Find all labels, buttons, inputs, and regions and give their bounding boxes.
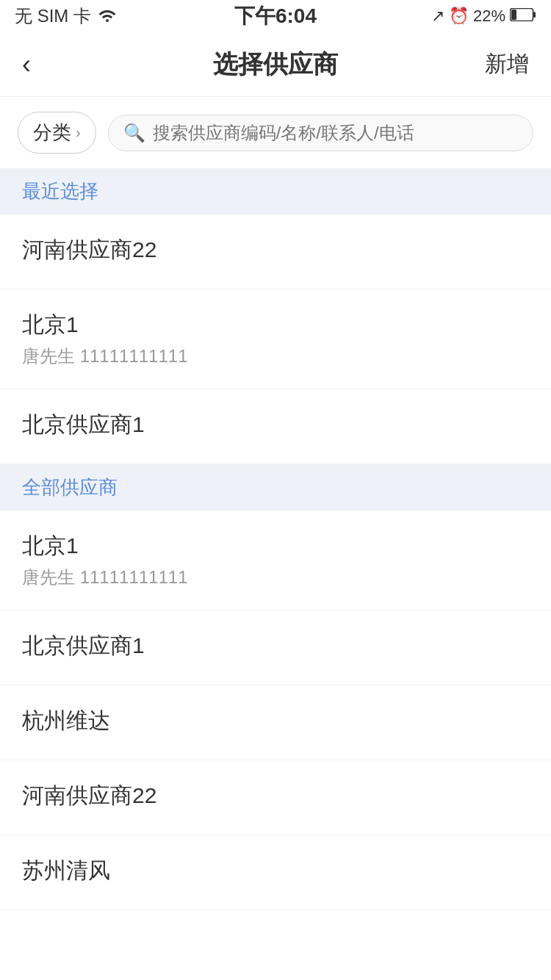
- item-name: 北京1: [22, 310, 529, 340]
- item-name: 河南供应商22: [22, 781, 529, 811]
- list-item[interactable]: 苏州清风: [0, 835, 551, 910]
- status-bar: 无 SIM 卡 下午6:04 ↗ ⏰ 22%: [0, 0, 551, 32]
- list-item[interactable]: 北京1唐先生 11111111111: [0, 511, 551, 610]
- category-label: 分类: [33, 120, 71, 145]
- chevron-right-icon: ›: [76, 124, 81, 141]
- list-item[interactable]: 北京供应商1: [0, 389, 551, 464]
- nav-bar: ‹ 选择供应商 新增: [0, 32, 551, 97]
- sim-label: 无 SIM 卡: [15, 4, 91, 28]
- svg-rect-1: [533, 12, 536, 18]
- list-item[interactable]: 北京供应商1: [0, 610, 551, 685]
- item-contact: 唐先生 11111111111: [22, 566, 529, 589]
- status-right: ↗ ⏰ 22%: [431, 7, 536, 26]
- search-icon: 🔍: [123, 123, 145, 143]
- list-item[interactable]: 河南供应商22: [0, 215, 551, 289]
- item-name: 河南供应商22: [22, 235, 529, 265]
- item-name: 苏州清风: [22, 856, 529, 886]
- page-title: 选择供应商: [213, 48, 338, 82]
- item-name: 杭州维达: [22, 706, 529, 736]
- battery-icon: [510, 7, 536, 26]
- status-time: 下午6:04: [234, 2, 317, 30]
- recent-list: 河南供应商22北京1唐先生 11111111111北京供应商1: [0, 215, 551, 464]
- item-name: 北京供应商1: [22, 410, 529, 440]
- list-item[interactable]: 河南供应商22: [0, 760, 551, 835]
- battery-label: 22%: [473, 7, 505, 26]
- item-contact: 唐先生 11111111111: [22, 345, 529, 368]
- filter-bar: 分类 › 🔍: [0, 97, 551, 168]
- status-left: 无 SIM 卡: [15, 4, 118, 28]
- back-button[interactable]: ‹: [22, 49, 66, 80]
- recent-section-header: 最近选择: [0, 168, 551, 215]
- search-box[interactable]: 🔍: [108, 115, 533, 151]
- wifi-icon: [97, 6, 118, 26]
- svg-rect-2: [511, 10, 516, 20]
- item-name: 北京1: [22, 531, 529, 561]
- alarm-icon: ⏰: [449, 7, 469, 26]
- search-input[interactable]: [153, 123, 518, 143]
- all-section-header: 全部供应商: [0, 464, 551, 511]
- list-item[interactable]: 北京1唐先生 11111111111: [0, 289, 551, 389]
- add-button[interactable]: 新增: [485, 49, 529, 79]
- location-icon: ↗: [431, 7, 444, 26]
- item-name: 北京供应商1: [22, 631, 529, 661]
- all-suppliers-list: 北京1唐先生 11111111111北京供应商1杭州维达河南供应商22苏州清风: [0, 511, 551, 910]
- category-button[interactable]: 分类 ›: [18, 112, 96, 154]
- list-item[interactable]: 杭州维达: [0, 685, 551, 760]
